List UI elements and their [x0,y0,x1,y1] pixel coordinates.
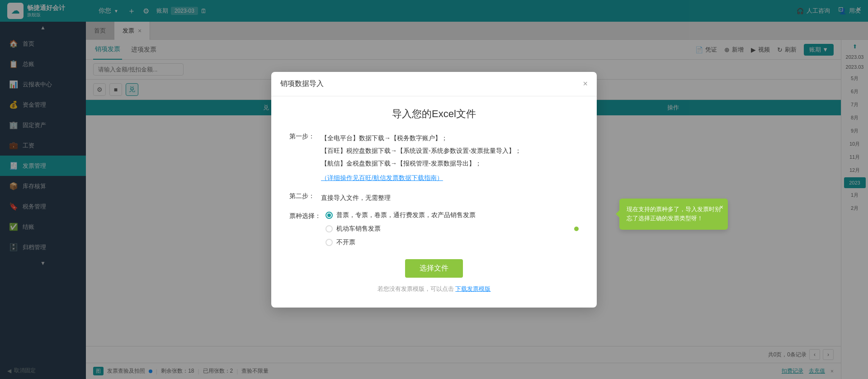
download-guide-link[interactable]: （详细操作见百旺/航信发票数据下载指南） [321,174,443,181]
modal-body: 导入您的Excel文件 第一步： 【全电平台】数据下载→【税务数字账户】； 【百… [271,96,597,308]
radio-label-3: 不开票 [336,238,355,246]
modal-close-button[interactable]: × [583,79,588,89]
step2-label: 第二步： [289,192,321,204]
ticket-section: 票种选择： 普票，专票，卷票，通行费发票，农产品销售发票 机动车销售发票 [289,211,579,252]
radio-circle-2 [326,225,333,232]
tooltip-popup: × 现在支持的票种多了，导入发票时别忘了选择正确的发票类型呀！ [619,199,728,230]
radio-option-2[interactable]: 机动车销售发票 [326,225,579,233]
tooltip-close-button[interactable]: × [720,202,723,212]
download-hint-text: 若您没有发票模版，可以点击 [377,285,454,292]
radio-option-3[interactable]: 不开票 [326,238,579,246]
radio-circle-3 [326,239,333,246]
step1-line3: 【航信】金税盘数据下载→【报税管理-发票数据导出】； [321,157,579,170]
radio-label-2: 机动车销售发票 [336,225,381,233]
step1-line1: 【全电平台】数据下载→【税务数字账户】； [321,132,579,144]
step1-row: 第一步： 【全电平台】数据下载→【税务数字账户】； 【百旺】税控盘数据下载→【系… [289,132,579,184]
download-hint: 若您没有发票模版，可以点击 下载发票模版 [289,285,579,293]
ticket-options: 普票，专票，卷票，通行费发票，农产品销售发票 机动车销售发票 不开票 [326,211,579,252]
radio-circle-1 [326,212,333,219]
radio-label-1: 普票，专票，卷票，通行费发票，农产品销售发票 [336,211,476,219]
step2-content: 直接导入文件，无需整理 [321,191,579,204]
modal-dialog: 销项数据导入 × 导入您的Excel文件 第一步： 【全电平台】数据下载→【税务… [271,72,597,308]
step1-label: 第一步： [289,133,321,184]
modal-main-title: 导入您的Excel文件 [289,107,579,121]
tooltip-connector-dot [574,227,579,231]
download-template-link[interactable]: 下载发票模版 [455,285,491,292]
modal-overlay: 销项数据导入 × 导入您的Excel文件 第一步： 【全电平台】数据下载→【税务… [0,0,868,379]
radio-option-1[interactable]: 普票，专票，卷票，通行费发票，农产品销售发票 [326,211,579,219]
tooltip-text: 现在支持的票种多了，导入发票时别忘了选择正确的发票类型呀！ [627,205,721,224]
step1-content: 【全电平台】数据下载→【税务数字账户】； 【百旺】税控盘数据下载→【系统设置-系… [321,132,579,184]
modal-title: 销项数据导入 [280,79,324,89]
step1-line2: 【百旺】税控盘数据下载→【系统设置-系统参数设置-发票批量导入】； [321,144,579,157]
select-file-button[interactable]: 选择文件 [405,259,463,278]
ticket-label: 票种选择： [289,212,326,252]
step2-row: 第二步： 直接导入文件，无需整理 [289,191,579,204]
modal-header: 销项数据导入 × [271,72,597,96]
